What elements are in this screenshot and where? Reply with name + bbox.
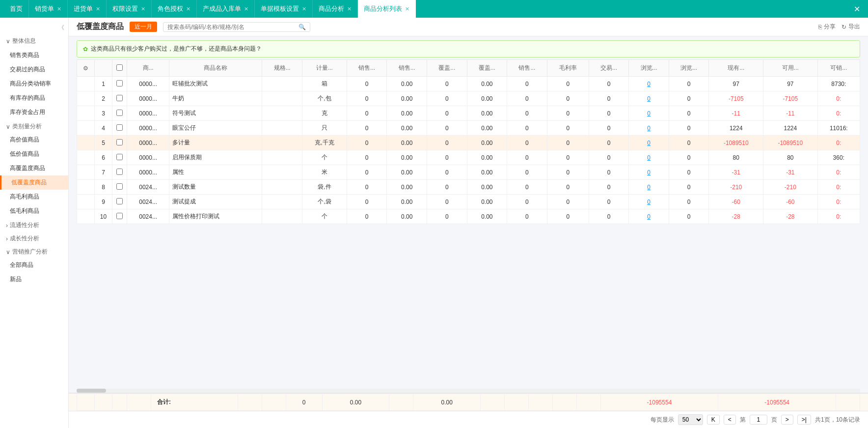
sidebar-section-flow[interactable]: › 流通性分析 bbox=[0, 218, 68, 231]
row-check-1[interactable] bbox=[116, 80, 123, 86]
col-code[interactable]: 商... bbox=[127, 60, 169, 77]
search-icon[interactable]: 🔍 bbox=[298, 24, 306, 30]
col-checkbox[interactable] bbox=[112, 60, 127, 77]
nav-role[interactable]: 角色授权 ✕ bbox=[152, 0, 197, 18]
row-checkbox[interactable] bbox=[112, 180, 127, 195]
row-browse-a[interactable]: 0 bbox=[629, 180, 669, 195]
sidebar-item-in-stock[interactable]: 有库存的商品 bbox=[0, 91, 68, 105]
row-check-8[interactable] bbox=[116, 183, 123, 190]
row-check-4[interactable] bbox=[116, 124, 123, 131]
col-browse-a[interactable]: 浏览... bbox=[629, 60, 669, 77]
nav-product-analysis-list[interactable]: 商品分析列表 ✕ bbox=[358, 0, 416, 18]
sidebar-item-low-value[interactable]: 低价值商品 bbox=[0, 147, 68, 161]
sidebar-item-high-coverage[interactable]: 高覆盖度商品 bbox=[0, 161, 68, 175]
sidebar-item-all-goods[interactable]: 全部商品 bbox=[0, 258, 68, 272]
col-browse-b[interactable]: 浏览... bbox=[669, 60, 709, 77]
nav-permission[interactable]: 权限设置 ✕ bbox=[107, 0, 152, 18]
row-checkbox[interactable] bbox=[112, 165, 127, 180]
row-browse-a[interactable]: 0 bbox=[629, 136, 669, 150]
col-gross-rate[interactable]: 毛利率 bbox=[547, 60, 589, 77]
col-cover-a[interactable]: 覆盖... bbox=[427, 60, 467, 77]
row-check-5[interactable] bbox=[116, 139, 123, 145]
sidebar-section-overall[interactable]: ∨ 整体信息 bbox=[0, 34, 68, 48]
row-check-3[interactable] bbox=[116, 110, 123, 116]
close-sales-icon[interactable]: ✕ bbox=[57, 6, 61, 12]
close-production-icon[interactable]: ✕ bbox=[244, 6, 248, 12]
prev-page-button[interactable]: < bbox=[724, 415, 736, 425]
row-browse-a[interactable]: 0 bbox=[629, 195, 669, 209]
col-available[interactable]: 可用... bbox=[763, 60, 818, 77]
first-page-button[interactable]: K bbox=[707, 415, 720, 425]
row-browse-a[interactable]: 0 bbox=[629, 121, 669, 136]
scroll-thumb[interactable] bbox=[77, 389, 106, 393]
select-all-checkbox[interactable] bbox=[116, 64, 123, 71]
col-unit[interactable]: 计量... bbox=[302, 60, 347, 77]
row-check-2[interactable] bbox=[116, 95, 123, 101]
page-input[interactable] bbox=[750, 415, 767, 425]
nav-template[interactable]: 单据模板设置 ✕ bbox=[255, 0, 313, 18]
close-role-icon[interactable]: ✕ bbox=[186, 6, 190, 12]
close-permission-icon[interactable]: ✕ bbox=[141, 6, 145, 12]
last-page-button[interactable]: >| bbox=[797, 415, 811, 425]
sidebar-item-low-margin[interactable]: 低毛利商品 bbox=[0, 204, 68, 218]
close-purchase-icon[interactable]: ✕ bbox=[96, 6, 100, 12]
row-browse-a[interactable]: 0 bbox=[629, 165, 669, 180]
row-browse-a[interactable]: 0 bbox=[629, 77, 669, 91]
next-page-button[interactable]: > bbox=[781, 415, 793, 425]
close-list-icon[interactable]: ✕ bbox=[405, 6, 409, 12]
scroll-bar[interactable] bbox=[77, 389, 860, 393]
col-name[interactable]: 商品名称 bbox=[169, 60, 262, 77]
close-template-icon[interactable]: ✕ bbox=[302, 6, 306, 12]
row-browse-a[interactable]: 0 bbox=[629, 209, 669, 224]
row-checkbox[interactable] bbox=[112, 150, 127, 165]
sidebar-section-growth[interactable]: › 成长性分析 bbox=[0, 231, 68, 245]
row-check-7[interactable] bbox=[116, 169, 123, 175]
nav-production[interactable]: 产成品入库单 ✕ bbox=[197, 0, 255, 18]
row-browse-a[interactable]: 0 bbox=[629, 106, 669, 121]
sidebar-item-stock-capital[interactable]: 库存资金占用 bbox=[0, 105, 68, 119]
col-settings[interactable]: ⚙ bbox=[77, 60, 95, 77]
nav-sales[interactable]: 销货单 ✕ bbox=[29, 0, 68, 18]
col-spec[interactable]: 规格... bbox=[262, 60, 302, 77]
share-button[interactable]: ⎘ 分享 bbox=[818, 23, 836, 31]
row-check-10[interactable] bbox=[116, 213, 123, 219]
sidebar-item-traded-goods[interactable]: 交易过的商品 bbox=[0, 62, 68, 77]
period-button[interactable]: 近一月 bbox=[130, 22, 157, 32]
row-checkbox[interactable] bbox=[112, 121, 127, 136]
sidebar-item-new-goods[interactable]: 新品 bbox=[0, 272, 68, 286]
row-browse-a[interactable]: 0 bbox=[629, 150, 669, 165]
sidebar-item-high-margin[interactable]: 高毛利商品 bbox=[0, 190, 68, 204]
search-input[interactable] bbox=[167, 24, 297, 30]
sidebar-section-marketing[interactable]: ∨ 营销推广分析 bbox=[0, 245, 68, 258]
sidebar-item-sales-goods[interactable]: 销售类商品 bbox=[0, 48, 68, 62]
nav-home[interactable]: 首页 bbox=[4, 0, 29, 18]
export-button[interactable]: ↻ 导出 bbox=[841, 23, 860, 31]
col-sales-amt[interactable]: 销售... bbox=[387, 60, 427, 77]
row-checkbox[interactable] bbox=[112, 209, 127, 224]
col-trade[interactable]: 交易... bbox=[589, 60, 629, 77]
col-sales-c[interactable]: 销售... bbox=[507, 60, 547, 77]
row-checkbox[interactable] bbox=[112, 106, 127, 121]
close-product-analysis-icon[interactable]: ✕ bbox=[347, 6, 352, 12]
table-container[interactable]: ⚙ 商... 商品名称 规格... 计量... 销售... 销售... 覆盖..… bbox=[77, 59, 860, 387]
row-checkbox[interactable] bbox=[112, 195, 127, 209]
col-saleable[interactable]: 可销... bbox=[817, 60, 860, 77]
row-checkbox[interactable] bbox=[112, 77, 127, 91]
row-checkbox[interactable] bbox=[112, 91, 127, 106]
nav-product-analysis[interactable]: 商品分析 ✕ bbox=[313, 0, 358, 18]
col-cover-b[interactable]: 覆盖... bbox=[467, 60, 507, 77]
sidebar-item-low-coverage[interactable]: 低覆盖度商品 bbox=[0, 175, 68, 190]
per-page-select[interactable]: 50 100 200 bbox=[678, 414, 703, 425]
sidebar-item-high-value[interactable]: 高价值商品 bbox=[0, 133, 68, 147]
row-browse-a[interactable]: 0 bbox=[629, 91, 669, 106]
row-check-6[interactable] bbox=[116, 154, 123, 160]
close-all-button[interactable]: ✕ bbox=[850, 4, 864, 14]
col-current[interactable]: 现有... bbox=[709, 60, 763, 77]
sidebar-section-category[interactable]: ∨ 类别量分析 bbox=[0, 119, 68, 133]
sidebar-collapse-button[interactable]: 《 bbox=[0, 22, 68, 34]
row-checkbox[interactable] bbox=[112, 136, 127, 150]
nav-purchase[interactable]: 进货单 ✕ bbox=[68, 0, 107, 18]
sidebar-item-category-rate[interactable]: 商品分类动销率 bbox=[0, 77, 68, 91]
row-check-9[interactable] bbox=[116, 198, 123, 204]
col-sales-qty[interactable]: 销售... bbox=[347, 60, 387, 77]
